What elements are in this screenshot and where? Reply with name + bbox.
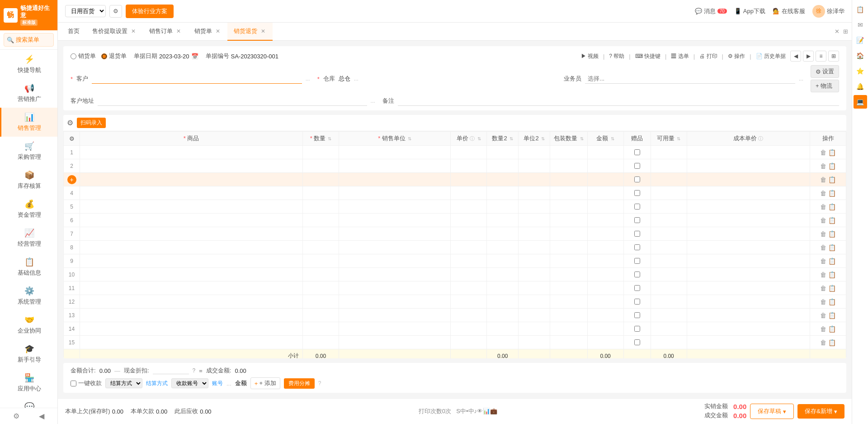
copy-icon-9[interactable]: 📋 [828, 257, 836, 265]
gift-checkbox-14[interactable] [634, 326, 640, 332]
gift-checkbox-8[interactable] [634, 244, 640, 250]
delete-icon-5[interactable]: 🗑 [820, 203, 826, 210]
account-select[interactable]: 收款账号 [171, 378, 208, 388]
staff-input[interactable] [585, 74, 795, 84]
copy-icon-11[interactable]: 📋 [828, 285, 836, 292]
settings-bottom-icon[interactable]: ⚙ [13, 412, 19, 420]
add-button[interactable]: + + 添加 [250, 377, 280, 389]
delete-icon-14[interactable]: 🗑 [820, 325, 826, 333]
delete-icon-2[interactable]: 🗑 [820, 162, 826, 170]
gift-checkbox-12[interactable] [634, 299, 640, 305]
fee-split-button[interactable]: 费用分摊 [284, 378, 315, 389]
side-edit-icon[interactable]: 📝 [854, 33, 867, 47]
user-item[interactable]: 徐 徐泽华 [812, 5, 844, 18]
gift-checkbox-13[interactable] [634, 312, 640, 318]
delete-icon-3[interactable]: 🗑 [820, 176, 826, 183]
account-method-link[interactable]: 结算方式 [146, 380, 168, 387]
sidebar-item-finance[interactable]: 💰 资金管理 [0, 195, 57, 224]
side-home-icon[interactable]: 🏠 [854, 49, 867, 62]
collapse-icon[interactable]: ◀ [39, 412, 44, 420]
sidebar-item-operation[interactable]: 📈 经营管理 [0, 224, 57, 252]
copy-icon-10[interactable]: 📋 [828, 271, 836, 278]
save-new-button[interactable]: 保存&新增 ▾ [797, 404, 844, 419]
add-row-button[interactable]: + [67, 175, 76, 184]
help-btn[interactable]: ? 帮助 [606, 51, 627, 62]
cost-price-info-icon[interactable]: ⓘ [758, 136, 763, 141]
grid-view-btn[interactable]: ≡ [816, 51, 826, 62]
gift-checkbox-2[interactable] [634, 163, 640, 169]
print-btn[interactable]: 🖨 打印 [697, 51, 720, 62]
customer-input[interactable] [92, 74, 302, 84]
tab-home[interactable]: 首页 [61, 23, 86, 41]
fee-help-icon[interactable]: ? [318, 380, 321, 386]
video-btn[interactable]: ▶ 视频 [578, 51, 601, 62]
delete-icon-12[interactable]: 🗑 [820, 298, 826, 305]
delete-icon-15[interactable]: 🗑 [820, 339, 826, 346]
tab-sales-order[interactable]: 销售订单 ✕ [143, 23, 188, 41]
side-star-icon[interactable]: ⭐ [854, 64, 867, 78]
topbar-settings-button[interactable]: ⚙ [109, 5, 122, 18]
gift-checkbox-9[interactable] [634, 258, 640, 264]
delete-icon-10[interactable]: 🗑 [820, 271, 826, 278]
settings-action-btn[interactable]: ⚙ 设置 [811, 65, 839, 78]
tab-price-settings[interactable]: 售价提取设置 ✕ [86, 23, 143, 41]
sidebar-item-purchase[interactable]: 🛒 采购管理 [0, 137, 57, 166]
sidebar-item-shortcut[interactable]: ⚡ 快捷导航 [0, 50, 57, 79]
tab-close-sales-invoice[interactable]: ✕ [215, 28, 221, 34]
app-download-item[interactable]: 📱 App下载 [734, 7, 765, 15]
tab-sales-invoice[interactable]: 销货单 ✕ [188, 23, 227, 41]
help-formula-icon[interactable]: ? [193, 367, 196, 374]
table-settings-icon[interactable]: ⚙ [67, 119, 73, 127]
sidebar-item-sales[interactable]: 📊 销售管理 [0, 108, 57, 137]
delete-icon-13[interactable]: 🗑 [820, 312, 826, 319]
return-radio[interactable]: 退货单 [101, 52, 127, 60]
copy-icon-2[interactable]: 📋 [828, 162, 836, 170]
copy-icon-6[interactable]: 📋 [828, 217, 836, 224]
address-input[interactable] [98, 96, 367, 106]
onepay-checkbox[interactable]: 一键收款 [71, 379, 102, 387]
calendar-icon[interactable]: 📅 [191, 53, 198, 60]
discount-input[interactable] [153, 367, 189, 374]
gift-checkbox-5[interactable] [634, 204, 640, 210]
customer-dots[interactable]: ... [306, 76, 310, 82]
search-menu-button[interactable]: 🔍 搜索菜单 [4, 33, 54, 47]
gift-checkbox-6[interactable] [634, 217, 640, 223]
sidebar-item-inventory[interactable]: 📦 库存核算 [0, 166, 57, 195]
side-note-icon[interactable]: 📋 [854, 3, 867, 16]
sidebar-item-system[interactable]: ⚙️ 系统管理 [0, 281, 57, 310]
gift-checkbox-10[interactable] [634, 272, 640, 277]
side-mail-icon[interactable]: ✉ [854, 18, 867, 32]
online-service-item[interactable]: 💁 在线客服 [773, 7, 805, 15]
select-doc-btn[interactable]: ☰ 选单 [668, 51, 691, 62]
tab-sales-return[interactable]: 销货退货 ✕ [227, 23, 273, 41]
message-item[interactable]: 💬 消息 70 [695, 7, 727, 15]
copy-icon-15[interactable]: 📋 [828, 339, 836, 346]
copy-icon-3[interactable]: 📋 [828, 176, 836, 183]
copy-icon-8[interactable]: 📋 [828, 244, 836, 251]
delete-icon-1[interactable]: 🗑 [820, 149, 826, 156]
trial-button[interactable]: 体验行业方案 [126, 5, 174, 18]
sidebar-item-marketing[interactable]: 📢 营销推广 [0, 79, 57, 108]
copy-icon-14[interactable]: 📋 [828, 325, 836, 333]
product-input-3[interactable] [83, 176, 300, 183]
gift-checkbox-4[interactable] [634, 190, 640, 196]
side-bell-icon[interactable]: 🔔 [854, 80, 867, 93]
delete-icon-6[interactable]: 🗑 [820, 217, 826, 224]
nav-prev-btn[interactable]: ◀ [790, 51, 801, 62]
expand-tab-icon[interactable]: ⊞ [843, 28, 848, 35]
copy-icon-7[interactable]: 📋 [828, 230, 836, 238]
delete-icon-4[interactable]: 🗑 [820, 190, 826, 197]
address-dots[interactable]: ... [371, 98, 375, 104]
gift-checkbox-15[interactable] [634, 339, 640, 345]
gift-checkbox-7[interactable] [634, 231, 640, 237]
industry-select[interactable]: 日用百货 [65, 5, 106, 17]
table-view-btn[interactable]: ⊞ [828, 51, 839, 62]
sidebar-item-appstore[interactable]: 🏪 应用中心 [0, 368, 57, 397]
sidebar-item-guide[interactable]: 🎓 新手引导 [0, 339, 57, 368]
delete-icon-9[interactable]: 🗑 [820, 257, 826, 265]
remark-input[interactable] [398, 96, 839, 106]
close-tab-icon[interactable]: ✕ [835, 28, 840, 35]
account-dots[interactable]: ... [226, 380, 231, 387]
tab-close-price-settings[interactable]: ✕ [130, 28, 137, 34]
logistics-btn[interactable]: + 物流 [811, 80, 839, 92]
